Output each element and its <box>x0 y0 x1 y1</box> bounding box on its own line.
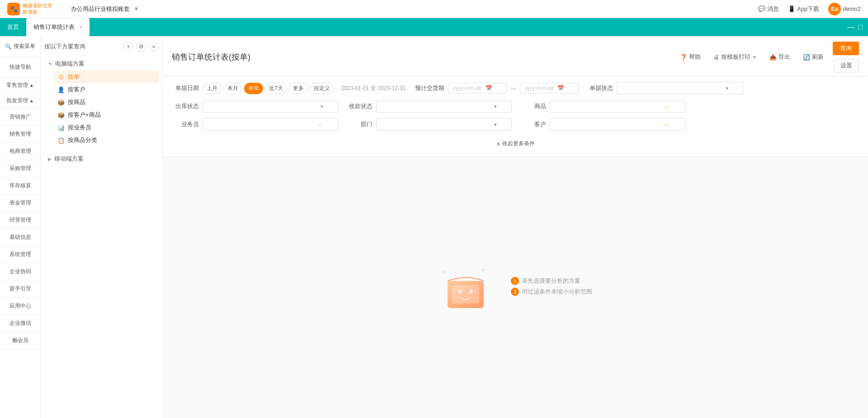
content-area: 销售订单统计表(按单) ❓ 帮助 🖨 按模板打印 ▼ 📤 导出 🔄 刷新 <box>163 36 868 418</box>
tab-bar: 首页 销售订单统计表 × — □ <box>0 18 868 36</box>
shortcut-nav-btn[interactable]: 快捷导航 <box>0 61 40 74</box>
settings-btn[interactable]: 设置 <box>834 59 859 72</box>
top-bar-left: 🐾 畅捷通好生意 标准版 办公用品行业模拟账套 ▼ <box>7 3 139 15</box>
refresh-btn[interactable]: 🔄 刷新 <box>799 51 827 63</box>
ship-status-select[interactable]: ▼ <box>203 100 338 113</box>
collapse-panel-btn[interactable]: « <box>149 42 159 52</box>
by-category-icon: 📋 <box>57 136 65 144</box>
mobile-scheme-section: ▶ 移动端方案 <box>44 152 159 166</box>
sidebar-item-apps[interactable]: 应用中心 <box>0 298 40 315</box>
empty-num-1: 1 <box>511 277 519 285</box>
tab-home[interactable]: 首页 <box>0 18 26 36</box>
scheme-by-order[interactable]: ⊙ 按单 <box>53 71 159 83</box>
expected-date-to-input[interactable]: yyyy-mm-dd 📅 <box>520 83 579 94</box>
bill-date-label: 单据日期 <box>172 84 199 92</box>
customer-more-dots[interactable]: ··· <box>662 121 671 128</box>
sidebar-item-ecommerce[interactable]: 电商管理 <box>0 143 40 160</box>
sidebar-item-marketing[interactable]: 营销推广 <box>0 109 40 126</box>
logo-icon: 🐾 <box>7 3 20 15</box>
sidebar-item-operation[interactable]: 经营管理 <box>0 212 40 229</box>
ship-status-label: 出库状态 <box>172 102 199 110</box>
custom-date-btn[interactable]: 自定义 <box>310 83 334 94</box>
sidebar-item-retail[interactable]: 零售管理 ▲ <box>0 78 40 93</box>
sidebar: 🔍 搜索菜单 快捷导航 零售管理 ▲ 批发管理 ▲ 营销推广 销售管理 电商管理… <box>0 36 41 418</box>
date-separator: — <box>510 85 516 92</box>
expected-date-label: 预计交货期 <box>413 84 444 92</box>
customer-select[interactable]: ··· <box>550 118 685 131</box>
left-panel-title: 按以下方案查询 <box>44 43 85 51</box>
scheme-by-cust-prod[interactable]: 📦 按客户+商品 <box>53 109 159 121</box>
pc-section-expand-arrow: ▼ <box>48 62 52 66</box>
current-year-btn[interactable]: 本年 <box>244 83 263 94</box>
search-icon: 🔍 <box>5 43 12 50</box>
sidebar-item-member[interactable]: 畅会员 <box>0 332 40 349</box>
more-date-btn[interactable]: 更多 <box>289 83 308 94</box>
window-maximize-btn[interactable]: □ <box>858 23 863 31</box>
tab-sales-order[interactable]: 销售订单统计表 × <box>26 18 90 36</box>
collapse-filter-btn[interactable]: ∧ 收起更多条件 <box>172 136 859 151</box>
sidebar-item-newuser[interactable]: 新手引导 <box>0 280 40 298</box>
sidebar-item-purchase[interactable]: 采购管理 <box>0 160 40 177</box>
pc-section-header[interactable]: ▼ 电脑端方案 <box>44 57 159 71</box>
sidebar-item-enterprise[interactable]: 企业协同 <box>0 263 40 280</box>
retail-arrow: ▲ <box>29 83 34 88</box>
left-panel-header: 按以下方案查询 + ⚙ « <box>44 42 159 52</box>
tab-close-btn[interactable]: × <box>79 24 82 30</box>
payment-status-filter: 收款状态 ▼ <box>345 100 512 113</box>
salesman-filter: 业务员 ··· <box>172 118 338 131</box>
bill-status-select[interactable]: ▼ <box>617 82 743 95</box>
add-scheme-btn[interactable]: + <box>123 42 133 52</box>
last7-btn[interactable]: 近7天 <box>265 83 287 94</box>
app-dropdown-arrow[interactable]: ▼ <box>133 5 139 12</box>
sidebar-item-system[interactable]: 系统管理 <box>0 246 40 263</box>
help-btn[interactable]: ❓ 帮助 <box>676 51 704 63</box>
expected-date-from-input[interactable]: yyyy-mm-dd 📅 <box>448 83 507 94</box>
scheme-by-salesman[interactable]: 📊 按业务员 <box>53 121 159 134</box>
svg-rect-1 <box>452 285 479 304</box>
by-customer-icon: 👤 <box>57 86 65 94</box>
product-select[interactable]: ··· <box>550 100 685 113</box>
print-dropdown-arrow[interactable]: ▼ <box>752 55 757 60</box>
calendar-icon-from: 📅 <box>486 85 492 91</box>
sidebar-item-inventory[interactable]: 库存核算 <box>0 177 40 195</box>
search-menu-btn[interactable]: 🔍 搜索菜单 <box>4 41 37 52</box>
last-month-btn[interactable]: 上月 <box>203 83 222 94</box>
left-panel-action-btns: + ⚙ « <box>123 42 159 52</box>
dept-select[interactable]: ▼ <box>376 118 512 131</box>
mobile-section-header[interactable]: ▶ 移动端方案 <box>44 152 159 166</box>
ship-status-filter: 出库状态 ▼ <box>172 100 338 113</box>
by-salesman-icon: 📊 <box>57 124 65 132</box>
tab-bar-actions: — □ <box>847 23 868 31</box>
download-btn[interactable]: 📱 App下载 <box>788 5 819 13</box>
payment-status-select[interactable]: ▼ <box>376 100 512 113</box>
user-area[interactable]: Ea demo2 <box>828 3 861 15</box>
window-minimize-btn[interactable]: — <box>847 23 854 31</box>
search-btn[interactable]: 查询 <box>833 42 859 55</box>
message-btn[interactable]: 💬 消息 <box>758 5 779 13</box>
product-label: 商品 <box>519 102 546 110</box>
scheme-by-product[interactable]: 📦 按商品 <box>53 96 159 109</box>
dept-arrow: ▼ <box>493 122 498 127</box>
salesman-more-dots[interactable]: ··· <box>315 121 324 128</box>
sidebar-item-finance[interactable]: 资金管理 <box>0 195 40 212</box>
date-btn-group: 上月 本月 本年 近7天 更多 自定义 <box>203 83 334 94</box>
settings-scheme-btn[interactable]: ⚙ <box>136 42 146 52</box>
sidebar-item-wholesale[interactable]: 批发管理 ▲ <box>0 93 40 109</box>
sidebar-item-wechat[interactable]: 企业微信 <box>0 315 40 332</box>
export-btn[interactable]: 📤 导出 <box>766 51 794 63</box>
sidebar-item-basic[interactable]: 基础信息 <box>0 229 40 246</box>
app-title: 办公用品行业模拟账套 <box>71 5 130 13</box>
top-bar-right: 💬 消息 📱 App下载 Ea demo2 <box>758 3 861 15</box>
salesman-select[interactable]: ··· <box>203 118 338 131</box>
app-title-area[interactable]: 办公用品行业模拟账套 ▼ <box>71 5 139 13</box>
svg-text:✦: ✦ <box>484 285 487 289</box>
this-month-btn[interactable]: 本月 <box>223 83 242 94</box>
payment-status-arrow: ▼ <box>493 104 498 109</box>
by-order-icon: ⊙ <box>57 73 65 81</box>
scheme-by-customer[interactable]: 👤 按客户 <box>53 83 159 96</box>
print-btn[interactable]: 🖨 按模板打印 ▼ <box>710 51 760 63</box>
pc-scheme-section: ▼ 电脑端方案 ⊙ 按单 👤 按客户 📦 按商品 📦 按客户+商品 📊 按 <box>44 57 159 147</box>
scheme-by-category[interactable]: 📋 按商品分类 <box>53 134 159 147</box>
product-more-dots[interactable]: ··· <box>662 103 671 110</box>
sidebar-item-sales[interactable]: 销售管理 <box>0 126 40 143</box>
